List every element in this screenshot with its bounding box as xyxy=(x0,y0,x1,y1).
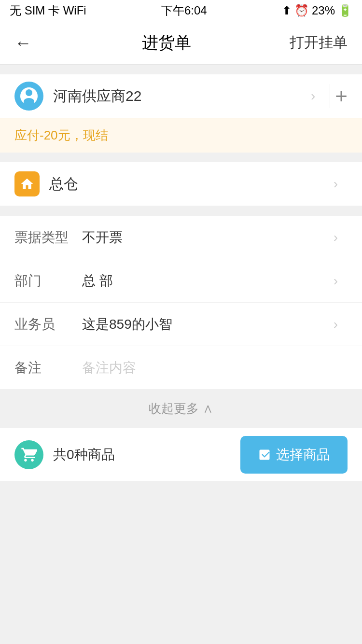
battery-text: 23% xyxy=(312,4,335,17)
product-count: 共0种商品 xyxy=(53,446,240,464)
alarm-icon: ⏰ xyxy=(294,4,309,17)
salesperson-label: 业务员 xyxy=(14,315,72,334)
supplier-avatar xyxy=(14,82,43,111)
form-section: 票据类型 不开票 › 部门 总 部 › 业务员 这是859的小智 › 备注 备注… xyxy=(0,215,362,389)
remark-input[interactable]: 备注内容 xyxy=(72,359,348,377)
section-gap-3 xyxy=(0,206,362,215)
warehouse-row[interactable]: 总仓 › xyxy=(0,162,362,206)
salesperson-row[interactable]: 业务员 这是859的小智 › xyxy=(0,302,362,346)
warehouse-svg xyxy=(20,177,34,191)
supplier-section: 河南供应商22 › + 应付-20元，现结 xyxy=(0,74,362,153)
bottom-bar: 共0种商品 选择商品 xyxy=(0,428,362,481)
signal-text: 无 SIM 卡 WiFi xyxy=(10,3,86,18)
status-left: 无 SIM 卡 WiFi xyxy=(10,3,86,18)
divider xyxy=(330,84,330,108)
chevron-right-icon: › xyxy=(311,88,315,104)
status-time: 下午6:04 xyxy=(161,3,207,18)
supplier-row[interactable]: 河南供应商22 › + xyxy=(0,74,362,118)
department-label: 部门 xyxy=(14,272,72,290)
cart-icon xyxy=(21,447,37,463)
section-gap-2 xyxy=(0,153,362,162)
notice-bar: 应付-20元，现结 xyxy=(0,118,362,153)
chevron-right-icon-2: › xyxy=(334,176,338,192)
select-product-label: 选择商品 xyxy=(276,446,330,464)
open-pending-button[interactable]: 打开挂单 xyxy=(290,33,348,53)
invoice-row[interactable]: 票据类型 不开票 › xyxy=(0,215,362,259)
page-title: 进货单 xyxy=(142,32,191,54)
status-right: ⬆ ⏰ 23% 🔋 xyxy=(282,4,352,17)
invoice-label: 票据类型 xyxy=(14,228,72,247)
section-gap-1 xyxy=(0,65,362,74)
product-icon xyxy=(14,440,43,469)
battery-icon: 🔋 xyxy=(338,4,352,17)
select-product-button[interactable]: 选择商品 xyxy=(240,436,348,474)
department-value: 总 部 xyxy=(72,272,334,290)
salesperson-value: 这是859的小智 xyxy=(72,315,334,334)
status-bar: 无 SIM 卡 WiFi 下午6:04 ⬆ ⏰ 23% 🔋 xyxy=(0,0,362,21)
chevron-right-icon-4: › xyxy=(334,273,338,289)
remark-label: 备注 xyxy=(14,359,72,377)
location-icon: ⬆ xyxy=(282,4,292,17)
back-button[interactable]: ← xyxy=(14,33,43,53)
collapse-button[interactable]: 收起更多 ∧ xyxy=(0,389,362,428)
gray-bottom xyxy=(0,481,362,626)
supplier-name: 河南供应商22 xyxy=(53,86,311,106)
invoice-value: 不开票 xyxy=(72,228,334,247)
remark-row[interactable]: 备注 备注内容 xyxy=(0,346,362,389)
nav-bar: ← 进货单 打开挂单 xyxy=(0,21,362,65)
warehouse-icon xyxy=(14,171,40,196)
warehouse-name: 总仓 xyxy=(49,174,334,194)
select-icon xyxy=(258,448,271,462)
chevron-right-icon-3: › xyxy=(334,230,338,245)
collapse-label: 收起更多 ∧ xyxy=(149,400,213,417)
chevron-right-icon-5: › xyxy=(334,317,338,332)
avatar-icon xyxy=(20,87,38,105)
add-button[interactable]: + xyxy=(335,84,348,108)
department-row[interactable]: 部门 总 部 › xyxy=(0,259,362,302)
